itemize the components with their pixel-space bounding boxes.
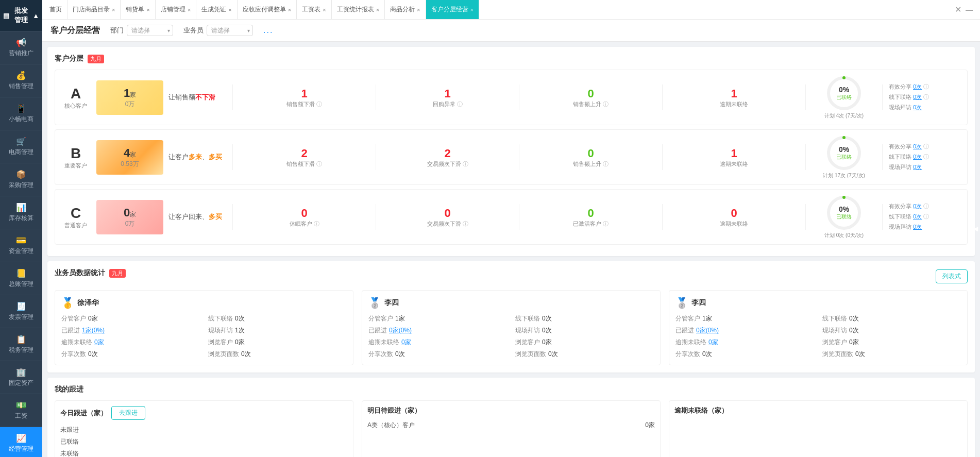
tab-store-manage[interactable]: 店铺管理 × (156, 0, 196, 20)
tab-sales-order[interactable]: 销货单 × (121, 0, 155, 20)
list-view-btn[interactable]: 列表式 (936, 269, 968, 283)
finance-icon: 💳 (3, 235, 39, 245)
tier-a-circle-inner: 0% 已联络 (836, 86, 852, 101)
tab-voucher[interactable]: 生成凭证 × (196, 0, 237, 20)
staff-2-browse[interactable]: 0家 (542, 338, 552, 347)
staff-1-manage[interactable]: 0家 (88, 314, 98, 323)
close-window-icon[interactable]: ✕ (955, 5, 961, 14)
tier-a-stat1-info[interactable]: ⓘ (316, 100, 322, 108)
staff-row-2-7: 浏览页面数 0次 (515, 350, 654, 359)
tier-c-stat-4: 0 逾期未联络 (665, 207, 803, 228)
sidebar-item-finance[interactable]: 💳 资金管理 (0, 229, 42, 262)
staff-3-browse[interactable]: 0家 (849, 338, 859, 347)
tier-b-stat3-info[interactable]: ⓘ (603, 160, 609, 168)
staff-1-overdue[interactable]: 0家 (94, 338, 104, 347)
more-filter-btn[interactable]: ... (263, 26, 273, 35)
tab-wages-report[interactable]: 工资统计报表 × (332, 0, 385, 20)
tab-wages-table[interactable]: 工资表 × (297, 0, 331, 20)
tier-a-offline-val[interactable]: 0次 (913, 94, 922, 100)
sidebar-item-invoice[interactable]: 🧾 发票管理 (0, 295, 42, 328)
sidebar-item-purchase[interactable]: 📦 采购管理 (0, 163, 42, 196)
tab-goods-analysis[interactable]: 商品分析 × (385, 0, 426, 20)
tier-a-stat3-info[interactable]: ⓘ (603, 100, 609, 108)
customer-tier-title-text: 客户分层 (55, 54, 83, 63)
sidebar-item-sales[interactable]: 💰 销售管理 (0, 64, 42, 97)
tab-store-goods[interactable]: 门店商品目录 × (67, 0, 121, 20)
staff-row-2-3: 现场拜访 0次 (515, 326, 654, 335)
tier-c-stat3-info[interactable]: ⓘ (603, 220, 609, 228)
tier-a-linked: 已联络 (836, 94, 852, 101)
tax-icon: 📋 (3, 334, 39, 344)
tab-store-manage-close[interactable]: × (188, 7, 191, 13)
sidebar-item-ecommerce[interactable]: 🛒 电商管理 (0, 130, 42, 163)
staff-1-browse[interactable]: 0家 (235, 338, 245, 347)
tab-home[interactable]: 首页 (44, 0, 67, 20)
tier-a-visit-val[interactable]: 0次 (913, 104, 922, 110)
tier-c-stat2-info[interactable]: ⓘ (463, 220, 468, 228)
fixed-icon: 🏢 (3, 367, 39, 377)
staff-3-manage[interactable]: 1家 (702, 314, 712, 323)
tier-c-stat1-info[interactable]: ⓘ (314, 220, 319, 228)
tier-c-share-val[interactable]: 0次 (913, 203, 922, 209)
tier-a-slogan: 让销售额不下滑 (163, 93, 230, 102)
staff-3-overdue[interactable]: 0家 (708, 338, 718, 347)
staff-2-followed[interactable]: 0家(0%) (389, 326, 412, 335)
tab-wages-table-close[interactable]: × (323, 7, 326, 13)
tier-a-divider1 (232, 84, 233, 110)
staff-card-1: 🥇 徐泽华 分管客户 0家 线下联络 0次 已跟进 (55, 290, 353, 365)
minimize-icon[interactable]: — (966, 6, 973, 14)
tier-c-visit-val[interactable]: 0次 (913, 224, 922, 230)
tab-bar-close-btn[interactable]: ✕ — (950, 5, 978, 14)
tier-a-stat2-label: 回购异常 ⓘ (382, 100, 513, 108)
staff-select-wrap: 请选择 (207, 25, 253, 36)
staff-3-followed[interactable]: 0家(0%) (696, 326, 719, 335)
tab-customer-tier[interactable]: 客户分层经营 × (426, 0, 479, 20)
sidebar-item-management[interactable]: 📈 经营管理 ◀ (0, 427, 42, 457)
ecommerce-icon: 🛒 (3, 137, 39, 146)
tier-b-circle-container: 0% 已联络 (826, 135, 862, 171)
tab-store-goods-close[interactable]: × (112, 7, 115, 13)
sidebar-item-tax[interactable]: 📋 税务管理 (0, 328, 42, 361)
staff-header-2: 🥈 李四 (368, 297, 654, 309)
tab-wages-report-close[interactable]: × (376, 7, 379, 13)
sidebar-item-inventory[interactable]: 📊 库存核算 (0, 196, 42, 229)
staff-2-overdue[interactable]: 0家 (401, 338, 411, 347)
staff-1-followed[interactable]: 1家(0%) (82, 326, 105, 335)
tier-b-stat1-info[interactable]: ⓘ (316, 160, 322, 168)
tab-sales-order-close[interactable]: × (146, 7, 149, 13)
marketing-icon: 📢 (3, 38, 39, 47)
tier-b-share-val[interactable]: 0次 (913, 143, 922, 149)
go-follow-btn[interactable]: 去跟进 (111, 406, 145, 420)
tab-payable[interactable]: 应收应付调整单 × (238, 0, 297, 20)
dept-label: 部门 (110, 26, 124, 35)
sidebar-item-ledger[interactable]: 📒 总账管理 (0, 262, 42, 295)
follow-today-row3: 未联络 (60, 448, 348, 457)
sidebar-item-wages[interactable]: 💵 工资 (0, 394, 42, 427)
sales-icon: 💰 (3, 71, 39, 80)
tier-b-stat2-info[interactable]: ⓘ (463, 160, 468, 168)
tab-payable-close[interactable]: × (288, 7, 291, 13)
tier-b-offline-val[interactable]: 0次 (913, 154, 922, 160)
tier-c-circle-container: 0% 已联络 (826, 195, 862, 231)
tier-c-stat1-num: 0 (239, 207, 369, 220)
tier-c-offline-val[interactable]: 0次 (913, 213, 922, 219)
tier-a-percent: 0% (836, 86, 852, 94)
sidebar-item-mini[interactable]: 📱 小畅电商 (0, 97, 42, 130)
tab-customer-tier-close[interactable]: × (470, 7, 474, 13)
staff-2-manage[interactable]: 1家 (395, 314, 405, 323)
staff-1-visit: 1次 (235, 326, 245, 335)
tier-a-label: A 核心客户 (55, 86, 96, 110)
staff-select[interactable]: 请选择 (207, 25, 253, 36)
tier-a-share-val[interactable]: 0次 (913, 83, 922, 90)
sidebar-collapse-icon[interactable]: ▲ (32, 12, 39, 20)
dept-select[interactable]: 请选择 (127, 25, 173, 36)
tier-b-visit-val[interactable]: 0次 (913, 164, 922, 170)
sidebar-item-marketing[interactable]: 📢 营销推广 (0, 31, 42, 64)
tab-voucher-close[interactable]: × (228, 7, 231, 13)
tier-c-divider3 (519, 204, 519, 230)
tab-goods-analysis-close[interactable]: × (417, 7, 420, 13)
staff-1-offline: 0次 (235, 314, 245, 323)
tier-a-stat2-info[interactable]: ⓘ (457, 100, 463, 108)
sidebar-item-fixed[interactable]: 🏢 固定资产 (0, 361, 42, 394)
tier-a-letter: A (59, 86, 92, 102)
